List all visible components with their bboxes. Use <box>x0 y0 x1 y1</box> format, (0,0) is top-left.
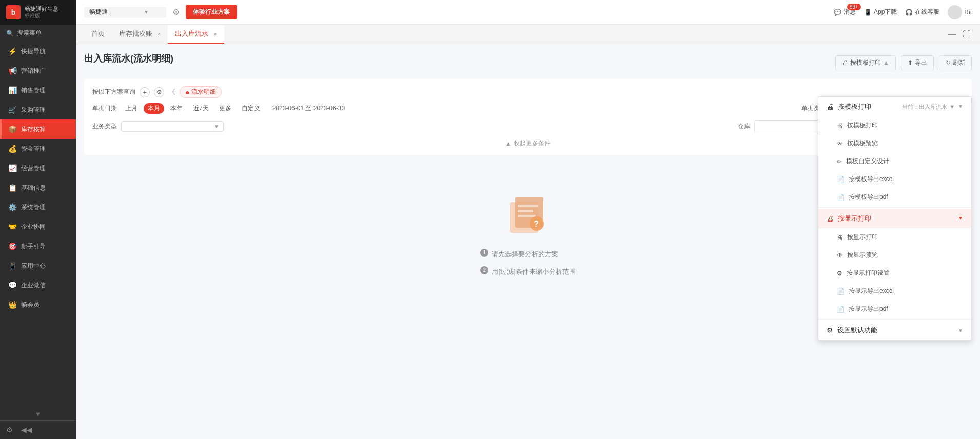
collab-icon: 🤝 <box>8 222 17 231</box>
dropdown-display-section-header[interactable]: 🖨 按显示打印 ▲ <box>818 209 971 228</box>
empty-icon: ? <box>505 192 551 240</box>
page-toolbar: 🖨 按模板打印 ▲ ⬆ 导出 ↻ 刷新 <box>835 55 972 70</box>
tab-batch[interactable]: 库存批次账 × <box>112 25 168 44</box>
dropdown-item-display-print[interactable]: 🖨 按显示打印 <box>818 228 971 246</box>
date-opt-thisyear[interactable]: 本年 <box>166 103 187 114</box>
print-btn[interactable]: 🖨 按模板打印 ▲ <box>835 55 896 70</box>
topbar-search-wrapper[interactable]: ▼ <box>84 7 166 18</box>
inventory-icon: 📦 <box>8 125 17 134</box>
sidebar-item-marketing[interactable]: 📢 营销推广 <box>0 61 76 81</box>
user-name: Rit <box>964 9 972 16</box>
online-service-btn[interactable]: 🎧 在线客服 <box>905 8 939 16</box>
sidebar-item-operation[interactable]: 📈 经营管理 <box>0 158 76 178</box>
template-custom-label: 模板自定义设计 <box>846 157 889 166</box>
filter-tag-icon: ● <box>185 88 189 96</box>
date-opt-thismonth[interactable]: 本月 <box>144 103 164 114</box>
business-field-label: 业务类型 <box>92 122 117 131</box>
wechat-icon: 💬 <box>8 281 17 290</box>
dropdown-item-display-pdf[interactable]: 📄 按显示导出pdf <box>818 300 971 318</box>
date-opt-custom[interactable]: 自定义 <box>238 103 264 114</box>
collapse-footer-btn[interactable]: ◀◀ <box>21 426 32 434</box>
template-section-arrow: ▲ <box>958 104 963 110</box>
filter-setting-btn[interactable]: ⚙ <box>154 87 164 97</box>
date-opt-7days[interactable]: 近7天 <box>189 103 213 114</box>
trial-btn[interactable]: 体验行业方案 <box>186 5 237 19</box>
date-opt-more[interactable]: 更多 <box>215 103 236 114</box>
dropdown-item-template-preview[interactable]: 👁 按模板预览 <box>818 134 971 152</box>
dropdown-item-display-settings[interactable]: ⚙ 按显示打印设置 <box>818 264 971 282</box>
dropdown-item-display-excel[interactable]: 📄 按显示导出excel <box>818 282 971 300</box>
headset-icon: 🎧 <box>905 9 913 16</box>
collapse-label: 收起更多条件 <box>514 139 551 148</box>
display-preview-icon: 👁 <box>837 252 843 259</box>
sidebar-item-purchase[interactable]: 🛒 采购管理 <box>0 100 76 119</box>
export-btn-label: 导出 <box>915 58 927 67</box>
tab-flow[interactable]: 出入库流水 × <box>168 25 224 44</box>
sidebar-item-label: 畅会员 <box>21 301 40 309</box>
dropdown-defaults-section-header[interactable]: ⚙ 设置默认功能 ▼ <box>818 321 971 340</box>
tip-num-1: 1 <box>480 249 488 257</box>
topbar-search-dropdown-icon[interactable]: ▼ <box>144 9 149 15</box>
sidebar-search[interactable]: 🔍 搜索菜单 <box>0 25 76 42</box>
sidebar-item-member[interactable]: 👑 畅会员 <box>0 295 76 314</box>
export-btn[interactable]: ⬆ 导出 <box>901 55 934 70</box>
sidebar-item-guide[interactable]: 🎯 新手引导 <box>0 236 76 256</box>
tab-batch-close[interactable]: × <box>158 31 161 37</box>
topbar-search-input[interactable] <box>89 9 141 16</box>
filter-label: 按以下方案查询 <box>92 88 135 96</box>
dropdown-item-template-print[interactable]: 🖨 按模板打印 <box>818 116 971 134</box>
sidebar-item-appcenter[interactable]: 📱 应用中心 <box>0 256 76 275</box>
sidebar-item-quicknav[interactable]: ⚡ 快捷导航 <box>0 42 76 61</box>
message-badge: 99+ <box>847 4 861 10</box>
app-download-btn[interactable]: 📱 App下载 <box>864 8 897 16</box>
sidebar-item-finance[interactable]: 💰 资金管理 <box>0 139 76 158</box>
business-type-select[interactable]: ▼ <box>121 121 224 132</box>
display-preview-label: 按显示预览 <box>847 251 878 260</box>
filter-business-field: 业务类型 ▼ <box>92 121 224 132</box>
topbar-gear-icon[interactable]: ⚙ <box>172 7 180 17</box>
defaults-label: 设置默认功能 <box>837 326 877 335</box>
tab-home[interactable]: 首页 <box>84 25 112 44</box>
sidebar-item-system[interactable]: ⚙️ 系统管理 <box>0 197 76 217</box>
sidebar-footer: ⚙ ◀◀ <box>0 420 76 439</box>
sidebar: b 畅捷通好生意 标准版 🔍 搜索菜单 ⚡ 快捷导航 📢 营销推广 📊 销售管理 <box>0 0 76 439</box>
business-type-arrow: ▼ <box>214 124 219 129</box>
tab-minimize-btn[interactable]: — <box>947 29 957 40</box>
filter-collapse-btn[interactable]: 《 <box>168 88 175 97</box>
dropdown-item-display-preview[interactable]: 👁 按显示预览 <box>818 246 971 264</box>
refresh-btn-label: 刷新 <box>953 58 965 67</box>
tabbar: 首页 库存批次账 × 出入库流水 × — ⛶ <box>76 25 980 44</box>
filter-tag[interactable]: ● 流水明细 <box>180 86 222 98</box>
sidebar-scroll-down[interactable]: ▼ <box>0 408 76 420</box>
marketing-icon: 📢 <box>8 66 17 75</box>
sidebar-item-collab[interactable]: 🤝 企业协同 <box>0 217 76 236</box>
filter-add-btn[interactable]: + <box>140 87 150 97</box>
sidebar-item-basic[interactable]: 📋 基础信息 <box>0 178 76 197</box>
dropdown-item-template-pdf[interactable]: 📄 按模板导出pdf <box>818 188 971 206</box>
sidebar-item-wechat[interactable]: 💬 企业微信 <box>0 275 76 295</box>
message-btn[interactable]: 💬 消息 99+ <box>834 8 856 16</box>
tab-maximize-btn[interactable]: ⛶ <box>962 29 972 40</box>
print-btn-label: 按模板打印 <box>850 58 881 67</box>
defaults-icon: ⚙ <box>827 326 833 334</box>
filter-tag-label: 流水明细 <box>191 88 216 96</box>
sidebar-item-label: 企业微信 <box>21 281 46 290</box>
sidebar-item-inventory[interactable]: 📦 库存核算 <box>0 119 76 139</box>
dropdown-template-section-header[interactable]: 🖨 按模板打印 当前：出入库流水 ▼ ▲ <box>818 97 971 116</box>
sidebar-item-sales[interactable]: 📊 销售管理 <box>0 81 76 100</box>
date-opt-lastmonth[interactable]: 上月 <box>121 103 142 114</box>
display-print-label: 按显示打印 <box>847 233 878 242</box>
sidebar-item-label: 资金管理 <box>21 145 46 153</box>
user-avatar-btn[interactable]: Rit <box>948 5 972 19</box>
dropdown-item-template-custom[interactable]: ✏ 模板自定义设计 <box>818 152 971 170</box>
display-section-label: 按显示打印 <box>838 214 871 223</box>
settings-footer-btn[interactable]: ⚙ <box>6 426 13 434</box>
finance-icon: 💰 <box>8 144 17 153</box>
date-range: 2023-06-01 至 2023-06-30 <box>272 104 345 113</box>
dropdown-item-template-excel[interactable]: 📄 按模板导出excel <box>818 170 971 188</box>
filter-date-field: 单据日期 上月 本月 本年 近7天 更多 自定义 2023-06-01 至 20… <box>92 103 345 114</box>
tab-flow-close[interactable]: × <box>213 31 217 37</box>
refresh-btn[interactable]: ↻ 刷新 <box>939 55 972 70</box>
printer-icon: 🖨 <box>827 103 834 111</box>
warehouse-field-label: 仓库 <box>738 122 750 131</box>
